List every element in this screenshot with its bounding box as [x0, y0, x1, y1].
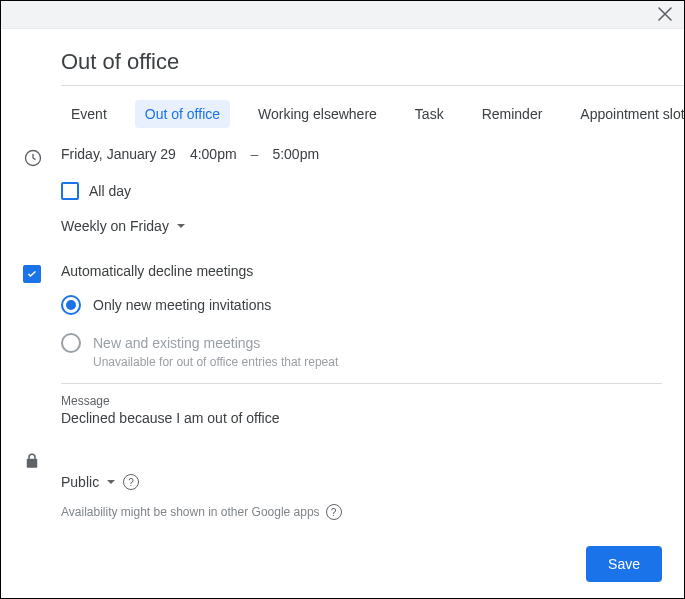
- visibility-dropdown[interactable]: Public: [61, 474, 115, 490]
- radio-only-new[interactable]: Only new meeting invitations: [61, 295, 662, 315]
- close-icon: [658, 7, 672, 21]
- dialog-title[interactable]: Out of office: [61, 43, 685, 86]
- event-type-tabs: Event Out of office Working elsewhere Ta…: [61, 86, 685, 146]
- visibility-value: Public: [61, 474, 99, 490]
- tab-out-of-office[interactable]: Out of office: [135, 100, 230, 128]
- tab-task[interactable]: Task: [405, 100, 454, 128]
- dialog-titlebar: [1, 1, 684, 29]
- start-time-field[interactable]: 4:00pm: [190, 146, 237, 162]
- radio-new-and-existing-input[interactable]: [61, 333, 81, 353]
- radio-only-new-input[interactable]: [61, 295, 81, 315]
- chevron-down-icon: [177, 224, 185, 228]
- auto-decline-title: Automatically decline meetings: [61, 263, 662, 279]
- message-label: Message: [61, 394, 662, 408]
- datetime-row: Friday, January 29 4:00pm – 5:00pm: [61, 146, 662, 162]
- tab-working-elsewhere[interactable]: Working elsewhere: [248, 100, 387, 128]
- end-time-field[interactable]: 5:00pm: [272, 146, 319, 162]
- recurrence-dropdown[interactable]: Weekly on Friday: [61, 218, 185, 234]
- lock-icon: [23, 452, 41, 470]
- radio-only-new-label: Only new meeting invitations: [93, 295, 271, 315]
- message-text[interactable]: Declined because I am out of office: [61, 410, 662, 426]
- divider: [61, 383, 662, 384]
- all-day-row: All day: [61, 182, 662, 200]
- date-field[interactable]: Friday, January 29: [61, 146, 176, 162]
- availability-help-icon[interactable]: ?: [326, 504, 342, 520]
- all-day-label: All day: [89, 183, 131, 199]
- radio-new-and-existing-label: New and existing meetings: [93, 333, 338, 353]
- time-separator: –: [251, 146, 259, 162]
- visibility-help-icon[interactable]: ?: [123, 474, 139, 490]
- radio-new-and-existing[interactable]: New and existing meetings Unavailable fo…: [61, 333, 662, 369]
- all-day-checkbox[interactable]: [61, 182, 79, 200]
- availability-footnote: Availability might be shown in other Goo…: [61, 505, 320, 519]
- radio-new-and-existing-sub: Unavailable for out of office entries th…: [93, 355, 338, 369]
- save-button[interactable]: Save: [586, 546, 662, 582]
- tab-reminder[interactable]: Reminder: [472, 100, 553, 128]
- clock-icon: [23, 148, 43, 168]
- tab-appointment-slots[interactable]: Appointment slots: [570, 100, 685, 128]
- recurrence-label: Weekly on Friday: [61, 218, 169, 234]
- close-button[interactable]: [656, 5, 674, 23]
- check-icon: [26, 268, 38, 280]
- chevron-down-icon: [107, 480, 115, 484]
- tab-event[interactable]: Event: [61, 100, 117, 128]
- auto-decline-checkbox[interactable]: [23, 265, 41, 283]
